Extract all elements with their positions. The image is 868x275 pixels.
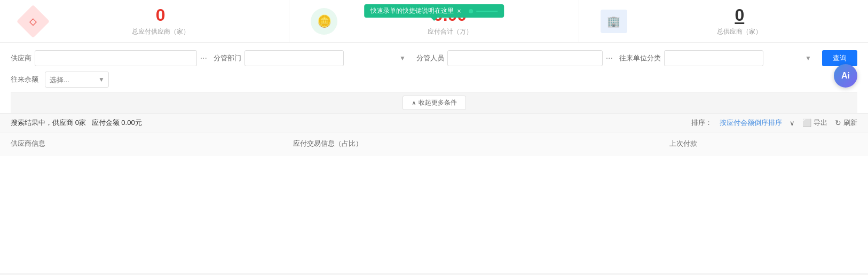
vendor-filter-label: 供应商 bbox=[11, 53, 31, 63]
dept-filter: 分管部门 ▼ bbox=[214, 50, 410, 66]
filter-section: 供应商 ··· 分管部门 ▼ 分管人员 ··· 往来单位分类 bbox=[0, 43, 868, 114]
amount-select-wrap: ▼ bbox=[45, 72, 109, 88]
total-vendor-label: 总供应商（家） bbox=[717, 27, 762, 36]
person-filter-label: 分管人员 bbox=[416, 53, 444, 63]
col-trans-header: 应付交易信息（占比） bbox=[293, 139, 669, 148]
export-icon: ⬜ bbox=[802, 119, 811, 127]
table-section: 供应商信息 应付交易信息（占比） 上次付款 bbox=[0, 132, 868, 273]
coin-icon: 🪙 bbox=[311, 8, 337, 35]
category-chevron-icon: ▼ bbox=[805, 54, 811, 62]
dept-filter-label: 分管部门 bbox=[214, 53, 241, 63]
category-input[interactable] bbox=[664, 50, 763, 66]
query-button[interactable]: 查询 bbox=[822, 50, 857, 66]
vendor-result-count: 0家 bbox=[75, 119, 86, 127]
diamond-icon: ◇ bbox=[21, 10, 45, 33]
person-input-wrap bbox=[447, 50, 603, 66]
vendor-input[interactable] bbox=[35, 50, 197, 66]
person-filter: 分管人员 ··· bbox=[416, 50, 613, 66]
category-select-wrap: ▼ bbox=[664, 50, 816, 66]
result-actions: 排序： 按应付会额倒序排序 ∨ ⬜ 导出 ↻ 刷新 bbox=[691, 118, 857, 128]
table-header: 供应商信息 应付交易信息（占比） 上次付款 bbox=[0, 132, 868, 155]
result-info: 搜索结果中，供应商 0家 应付金额 0.00元 bbox=[11, 118, 142, 128]
person-dots-icon[interactable]: ··· bbox=[606, 53, 613, 63]
tooltip-dot bbox=[469, 9, 473, 13]
col-vendor-header: 供应商信息 bbox=[11, 139, 293, 148]
summary-card-payable: 🪙 快速录单的快捷键说明在这里 × 0.00 应付合计（万） bbox=[289, 0, 579, 42]
refresh-icon: ↻ bbox=[835, 119, 841, 127]
collapse-bar: ∧ 收起更多条件 bbox=[11, 92, 857, 113]
result-text: 搜索结果中，供应商 bbox=[11, 119, 73, 127]
filter-row-1: 供应商 ··· 分管部门 ▼ 分管人员 ··· 往来单位分类 bbox=[11, 50, 857, 66]
export-label: 导出 bbox=[814, 118, 827, 128]
col-payment-header: 上次付款 bbox=[669, 139, 857, 148]
amount-result-value: 0.00元 bbox=[121, 119, 141, 127]
tooltip-close-icon[interactable]: × bbox=[457, 7, 461, 15]
vendor-input-wrap bbox=[35, 50, 197, 66]
vendor-filter: 供应商 ··· bbox=[11, 50, 207, 66]
dept-input[interactable] bbox=[244, 50, 344, 66]
refresh-button[interactable]: ↻ 刷新 bbox=[835, 118, 857, 128]
tooltip-line bbox=[476, 11, 498, 12]
amount-result-text: 应付金额 bbox=[92, 119, 120, 127]
vendor-label: 总应付供应商（家） bbox=[132, 27, 190, 36]
collapse-button[interactable]: ∧ 收起更多条件 bbox=[403, 96, 466, 110]
sort-arrow-icon[interactable]: ∨ bbox=[790, 119, 795, 127]
tooltip-text: 快速录单的快捷键说明在这里 bbox=[370, 6, 454, 15]
person-input[interactable] bbox=[447, 50, 603, 66]
amount-filter-label: 往来余额 bbox=[11, 75, 38, 84]
tooltip-bar: 快速录单的快捷键说明在这里 × bbox=[364, 4, 504, 18]
building-icon: 🏢 bbox=[601, 10, 627, 33]
dept-chevron-icon: ▼ bbox=[399, 54, 406, 62]
amount-select[interactable] bbox=[45, 72, 109, 88]
collapse-label: 收起更多条件 bbox=[419, 98, 457, 107]
result-bar: 搜索结果中，供应商 0家 应付金额 0.00元 排序： 按应付会额倒序排序 ∨ … bbox=[0, 114, 868, 132]
payable-label: 应付合计（万） bbox=[428, 27, 472, 36]
vendor-dots-icon[interactable]: ··· bbox=[200, 53, 207, 63]
summary-card-total: 🏢 0 总供应商（家） bbox=[579, 0, 868, 42]
summary-card-vendor: ◇ 0 总应付供应商（家） bbox=[0, 0, 289, 42]
category-filter: 往来单位分类 ▼ bbox=[619, 50, 816, 66]
table-body bbox=[0, 155, 868, 273]
ai-badge[interactable]: Ai bbox=[834, 64, 857, 88]
vendor-count: 0 bbox=[132, 6, 190, 25]
refresh-label: 刷新 bbox=[843, 118, 857, 128]
sort-label: 排序： bbox=[691, 118, 712, 128]
collapse-up-icon: ∧ bbox=[412, 99, 416, 107]
total-vendor-count: 0 bbox=[717, 6, 762, 25]
summary-bar: ◇ 0 总应付供应商（家） 🪙 快速录单的快捷键说明在这里 × 0.00 应付合… bbox=[0, 0, 868, 43]
sort-select[interactable]: 按应付会额倒序排序 bbox=[720, 118, 782, 128]
category-filter-label: 往来单位分类 bbox=[619, 53, 661, 63]
dept-select-wrap: ▼ bbox=[244, 50, 410, 66]
export-button[interactable]: ⬜ 导出 bbox=[802, 118, 827, 128]
filter-row-2: 往来余额 ▼ bbox=[11, 72, 857, 88]
